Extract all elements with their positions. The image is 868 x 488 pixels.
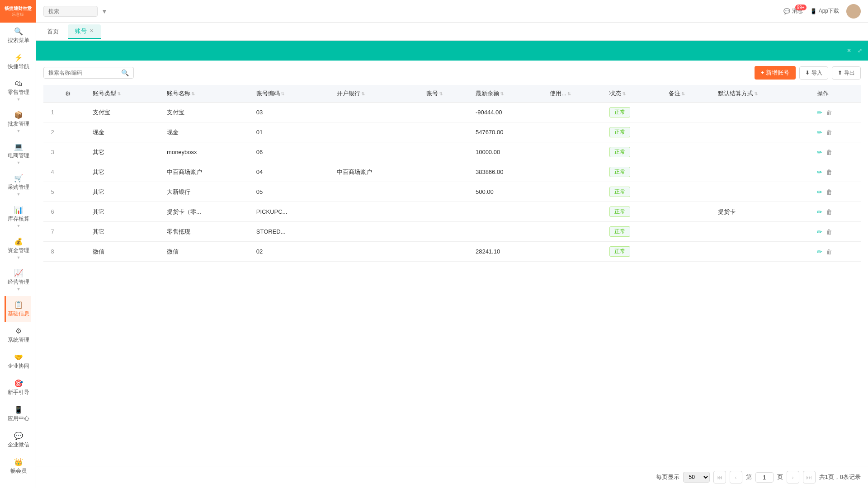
expand-icon-wholesale-mgmt: ▼	[17, 129, 21, 133]
delete-button[interactable]: 🗑	[826, 248, 832, 255]
delete-button[interactable]: 🗑	[826, 169, 832, 176]
sidebar-label-new-guide: 新手引导	[8, 389, 29, 396]
col-header-account[interactable]: 账号⇅	[423, 85, 472, 103]
first-page-button[interactable]: ⏮	[713, 471, 726, 483]
edit-button[interactable]: ✏	[817, 248, 822, 255]
cell-no: 7	[43, 222, 61, 242]
sidebar-item-operations-mgmt[interactable]: 📈经营管理▼	[5, 264, 31, 296]
cell-no: 5	[43, 182, 61, 202]
delete-button[interactable]: 🗑	[826, 109, 832, 116]
sidebar-item-enterprise-agreement[interactable]: 🤝企业协同	[5, 348, 31, 375]
header-left: ▼	[43, 6, 108, 17]
message-button[interactable]: 💬 消息 99+	[783, 7, 803, 15]
export-button[interactable]: ⬆ 导出	[832, 66, 861, 80]
delete-button[interactable]: 🗑	[826, 228, 832, 235]
cell-code: 04	[253, 162, 333, 182]
page-top-bar: ✕ ⤢	[36, 41, 868, 61]
edit-button[interactable]: ✏	[817, 149, 822, 156]
sidebar-item-quick-nav[interactable]: ⚡快捷导航	[5, 49, 31, 75]
cell-account	[423, 142, 472, 162]
sidebar-item-capital-mgmt[interactable]: 💰资金管理▼	[5, 233, 31, 264]
sidebar-item-app-center[interactable]: 📱应用中心	[5, 401, 31, 427]
sidebar-item-basic-info[interactable]: 📋基础信息	[5, 296, 31, 322]
cell-remark	[665, 182, 714, 202]
cell-remark	[665, 202, 714, 222]
sidebar-icon-basic-info: 📋	[14, 300, 23, 309]
sidebar-item-search-menu[interactable]: 🔍搜索菜单	[5, 23, 31, 49]
logo-sub: 乐意版	[12, 12, 24, 18]
page-number-input[interactable]	[755, 472, 774, 483]
per-page-select[interactable]: 50 100 200	[683, 472, 710, 483]
tab-account[interactable]: 账号✕	[68, 24, 101, 39]
status-badge: 正常	[609, 226, 630, 237]
cell-code: 03	[253, 103, 333, 122]
col-header-code[interactable]: 账号编码⇅	[253, 85, 333, 103]
delete-button[interactable]: 🗑	[826, 208, 832, 216]
maximize-window-btn[interactable]: ⤢	[855, 46, 864, 55]
col-header-type[interactable]: 账号类型⇅	[89, 85, 163, 103]
avatar[interactable]	[846, 4, 861, 19]
import-button[interactable]: ⬇ 导入	[799, 66, 828, 80]
cell-balance: 547670.00	[472, 122, 546, 142]
last-page-button[interactable]: ⏭	[803, 471, 816, 483]
col-header-usage[interactable]: 使用...⇅	[546, 85, 606, 103]
search-icon[interactable]: 🔍	[121, 69, 129, 76]
cell-default-payment	[714, 242, 813, 262]
cell-remark	[665, 122, 714, 142]
sidebar-label-capital-mgmt: 资金管理	[8, 247, 29, 254]
prev-page-button[interactable]: ‹	[730, 471, 742, 483]
col-header-balance[interactable]: 最新余额⇅	[472, 85, 546, 103]
col-header-status[interactable]: 状态⇅	[606, 85, 665, 103]
cell-remark	[665, 103, 714, 122]
edit-button[interactable]: ✏	[817, 228, 822, 235]
edit-button[interactable]: ✏	[817, 208, 822, 216]
app-download-button[interactable]: 📱 App下载	[810, 7, 839, 15]
sidebar-label-app-center: 应用中心	[8, 415, 29, 422]
cell-remark	[665, 242, 714, 262]
cell-settings	[61, 202, 89, 222]
tab-home[interactable]: 首页	[40, 24, 66, 39]
close-window-btn[interactable]: ✕	[844, 46, 854, 55]
sidebar-item-vip-member[interactable]: 👑畅会员	[5, 453, 31, 479]
sidebar-item-wholesale-mgmt[interactable]: 📦批发管理▼	[5, 106, 31, 138]
import-label: 导入	[811, 69, 822, 77]
edit-button[interactable]: ✏	[817, 188, 822, 196]
edit-button[interactable]: ✏	[817, 109, 822, 116]
dropdown-icon[interactable]: ▼	[101, 8, 108, 15]
sidebar-item-system-mgmt[interactable]: ⚙系统管理	[5, 322, 31, 348]
cell-actions: ✏ 🗑	[813, 182, 861, 202]
delete-button[interactable]: 🗑	[826, 129, 832, 136]
settings-icon[interactable]: ⚙	[65, 90, 71, 97]
cell-account	[423, 202, 472, 222]
sort-icon-usage: ⇅	[567, 91, 571, 96]
next-page-button[interactable]: ›	[787, 471, 799, 483]
col-header-default_payment[interactable]: 默认结算方式⇅	[714, 85, 813, 103]
tab-label-home: 首页	[47, 28, 59, 36]
edit-button[interactable]: ✏	[817, 169, 822, 176]
delete-button[interactable]: 🗑	[826, 188, 832, 196]
sidebar-icon-wholesale-mgmt: 📦	[14, 111, 23, 119]
search-input[interactable]	[48, 70, 121, 76]
delete-button[interactable]: 🗑	[826, 149, 832, 156]
col-header-bank[interactable]: 开户银行⇅	[333, 85, 423, 103]
col-header-name[interactable]: 账号名称⇅	[163, 85, 253, 103]
sidebar-item-new-guide[interactable]: 🎯新手引导	[5, 375, 31, 401]
status-badge: 正常	[609, 147, 630, 157]
sidebar-item-retail-mgmt[interactable]: 🛍零售管理▼	[5, 75, 31, 106]
cell-usage	[546, 103, 606, 122]
cell-usage	[546, 222, 606, 242]
sidebar-item-enterprise-wechat[interactable]: 💬企业微信	[5, 427, 31, 453]
edit-button[interactable]: ✏	[817, 129, 822, 136]
sidebar-item-inventory-check[interactable]: 📊库存核算▼	[5, 201, 31, 233]
col-header-no	[43, 85, 61, 103]
sidebar-icon-operations-mgmt: 📈	[14, 269, 23, 277]
sidebar: 畅捷通财生意 乐意版 🔍搜索菜单⚡快捷导航🛍零售管理▼📦批发管理▼💻电商管理▼🛒…	[0, 0, 36, 488]
sort-icon-remark: ⇅	[681, 91, 685, 96]
col-header-remark[interactable]: 备注⇅	[665, 85, 714, 103]
cell-status: 正常	[606, 182, 665, 202]
header-search-input[interactable]	[43, 6, 98, 17]
tab-close-account[interactable]: ✕	[90, 28, 94, 34]
sidebar-item-ecommerce-mgmt[interactable]: 💻电商管理▼	[5, 138, 31, 169]
add-account-button[interactable]: + 新增账号	[755, 66, 796, 80]
sidebar-item-purchase-mgmt[interactable]: 🛒采购管理▼	[5, 169, 31, 201]
